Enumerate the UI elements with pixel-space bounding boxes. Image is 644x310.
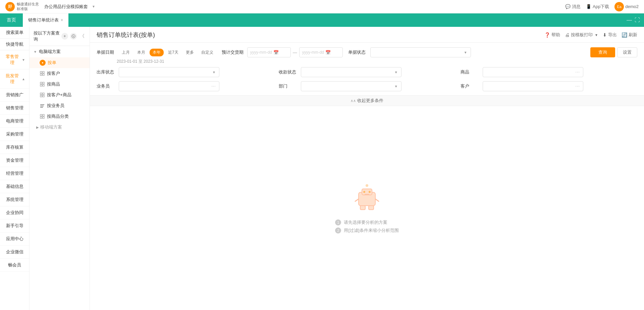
order-status-arrow-icon: ▼ [464, 51, 467, 54]
dept-arrow-icon: ▼ [394, 85, 398, 88]
collapse-bar[interactable]: ∧∧ 收起更多条件 [90, 95, 644, 106]
svg-line-26 [355, 199, 359, 201]
scheme-item-by-customer[interactable]: 按客户 [30, 68, 90, 79]
app-download-icon: 📱 [586, 4, 591, 9]
date-btn-7days[interactable]: 近7天 [165, 49, 181, 56]
scheme-item-by-product[interactable]: 按商品 [30, 79, 90, 90]
sidebar-item-newuser[interactable]: 新手引导 [0, 219, 29, 232]
sidebar-item-system[interactable]: 系统管理 [0, 193, 29, 206]
print-icon: 🖨 [565, 32, 570, 38]
sidebar-item-inventory[interactable]: 库存核算 [0, 141, 29, 154]
filter-date-group: 单据日期 上月 本月 本年 近7天 更多 自定义 [97, 49, 216, 56]
svg-point-23 [363, 191, 365, 193]
window-maximize-icon[interactable]: ⛶ [635, 17, 640, 23]
content-area: 销售订单统计表(按单) ❓ 帮助 🖨 按模板打印 ▼ ⬇ 导出 [90, 27, 644, 310]
sidebar-quick-nav[interactable]: 快捷导航 [0, 39, 29, 50]
sidebar-item-retail[interactable]: 零售管理 ▼ [0, 50, 29, 69]
sidebar-item-enterprise[interactable]: 企业协同 [0, 206, 29, 219]
help-button[interactable]: ❓ 帮助 [544, 32, 560, 38]
svg-rect-13 [43, 95, 44, 97]
message-button[interactable]: 💬 消息 [565, 4, 581, 10]
app-download-button[interactable]: 📱 App下载 [586, 4, 609, 10]
scheme-item-by-category[interactable]: 按商品分类 [30, 111, 90, 122]
refresh-button[interactable]: 🔄 刷新 [622, 32, 637, 38]
filter-delivery-group: 预计交货期 yyyy-mm-dd 📅 — yyyy-mm-dd 📅 [222, 47, 343, 57]
refresh-icon: 🔄 [622, 32, 627, 38]
page-title-row: 销售订单统计表(按单) ❓ 帮助 🖨 按模板打印 ▼ ⬇ 导出 [97, 31, 637, 39]
query-button[interactable]: 查询 [590, 47, 615, 57]
sidebar-search[interactable]: 搜索菜单 [0, 27, 29, 39]
date-btn-this-year[interactable]: 本年 [150, 49, 164, 56]
delivery-label: 预计交货期 [222, 49, 245, 55]
scheme-item-by-salesperson[interactable]: 按业务员 [30, 100, 90, 111]
product-label: 商品 [461, 69, 481, 75]
sidebar-item-operations[interactable]: 经营管理 [0, 167, 29, 180]
customer-more-icon[interactable]: ··· [575, 83, 580, 89]
delivery-date-start[interactable]: yyyy-mm-dd 📅 [247, 47, 291, 57]
order-status-select[interactable]: ▼ [370, 47, 471, 57]
sidebar-item-wholesale[interactable]: 批发管理 ▲ [0, 69, 29, 89]
logo-area: 好 畅捷通好生意 标准版 [5, 2, 39, 11]
by-order-icon: ● [40, 60, 46, 66]
svg-rect-7 [43, 82, 44, 84]
customer-select[interactable]: ··· [483, 81, 583, 91]
sidebar-item-wechat[interactable]: 企业微信 [0, 246, 29, 259]
date-btn-more[interactable]: 更多 [183, 49, 197, 56]
sidebar-item-appcenter[interactable]: 应用中心 [0, 232, 29, 246]
scheme-section-mobile-header[interactable]: ▶ 移动端方案 [30, 122, 90, 133]
date-label: 单据日期 [97, 49, 117, 55]
scheme-add-button[interactable]: + [61, 33, 68, 40]
sidebar-item-marketing[interactable]: 营销推广 [0, 89, 29, 102]
svg-line-27 [375, 199, 379, 201]
date-btn-last-month[interactable]: 上月 [119, 49, 133, 56]
edit-icon: ✎ [71, 34, 75, 38]
scheme-item-by-order[interactable]: ● 按单 [30, 57, 90, 68]
settings-button[interactable]: 设置 [617, 47, 637, 57]
sidebar-item-basics[interactable]: 基础信息 [0, 180, 29, 193]
filter-payment-group: 收款状态 ▼ [279, 67, 455, 77]
sidebar-item-member[interactable]: 畅会员 [0, 259, 29, 272]
print-button[interactable]: 🖨 按模板打印 ▼ [565, 32, 598, 38]
delivery-date-end[interactable]: yyyy-mm-dd 📅 [299, 47, 343, 57]
svg-rect-11 [43, 93, 44, 95]
scheme-section-mobile: ▶ 移动端方案 [30, 122, 90, 133]
svg-rect-2 [40, 71, 42, 73]
svg-rect-18 [43, 114, 44, 116]
sidebar-item-finance[interactable]: 资金管理 [0, 154, 29, 167]
app-title-dropdown[interactable]: ▼ [92, 5, 95, 8]
window-minimize-icon[interactable]: — [627, 17, 632, 23]
scheme-panel-title: 按以下方案查询 [34, 30, 61, 42]
print-dropdown-icon[interactable]: ▼ [595, 33, 598, 37]
scheme-collapse-button[interactable]: 《 [79, 33, 86, 40]
product-select[interactable]: ··· [483, 67, 583, 77]
sidebar-item-purchase[interactable]: 采购管理 [0, 128, 29, 141]
payment-status-label: 收款状态 [279, 69, 299, 75]
scheme-item-by-customer-product[interactable]: 按客户+商品 [30, 90, 90, 100]
sidebar: 搜索菜单 快捷导航 零售管理 ▼ 批发管理 ▲ 营销推广 销售管理 电商管理 采… [0, 27, 30, 310]
tab-close-icon[interactable]: × [61, 18, 63, 22]
svg-rect-10 [40, 93, 42, 95]
tip-2-number: 2 [335, 227, 341, 234]
ship-status-select[interactable]: ▼ [119, 67, 219, 77]
user-profile[interactable]: Ea demo2 [614, 2, 639, 11]
date-btn-this-month[interactable]: 本月 [134, 49, 148, 56]
payment-status-select[interactable]: ▼ [301, 67, 401, 77]
export-button[interactable]: ⬇ 导出 [603, 32, 617, 38]
svg-point-24 [369, 191, 371, 193]
dept-select[interactable]: ▼ [301, 81, 401, 91]
date-btn-custom[interactable]: 自定义 [198, 49, 216, 56]
scheme-edit-button[interactable]: ✎ [70, 33, 77, 40]
tab-home[interactable]: 首页 [0, 13, 23, 27]
salesperson-select[interactable]: ··· [119, 81, 219, 91]
ship-status-label: 出库状态 [97, 69, 117, 75]
tab-sales-order-stats[interactable]: 销售订单统计表 × [23, 13, 68, 27]
salesperson-more-icon[interactable]: ··· [211, 83, 216, 89]
sidebar-item-ecommerce[interactable]: 电商管理 [0, 115, 29, 128]
sidebar-item-sales[interactable]: 销售管理 [0, 102, 29, 115]
product-more-icon[interactable]: ··· [575, 69, 580, 75]
main-layout: 搜索菜单 快捷导航 零售管理 ▼ 批发管理 ▲ 营销推广 销售管理 电商管理 采… [0, 27, 644, 310]
svg-rect-29 [369, 206, 374, 210]
svg-rect-12 [40, 95, 42, 97]
by-customer-icon [40, 71, 45, 76]
scheme-section-desktop-header[interactable]: ▼ 电脑端方案 [30, 46, 90, 57]
